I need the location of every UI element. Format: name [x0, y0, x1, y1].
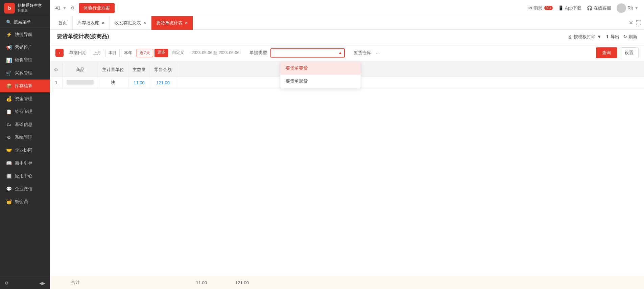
sidebar-logo: b 畅捷通好生意 标准版 — [0, 0, 50, 16]
base-info-label: 基础信息 — [15, 121, 32, 128]
topbar-right: ✉ 消息 99+ 📱 App下载 🎧 在线客服 Rit ▼ — [528, 3, 639, 13]
finance-label: 资金管理 — [15, 96, 32, 102]
messages-badge: 99+ — [544, 6, 553, 10]
sidebar-item-cooperation[interactable]: 🤝 企业协同 — [0, 144, 50, 157]
export-icon: ⬆ — [605, 34, 609, 39]
store-selector[interactable]: 41 ▼ — [55, 5, 67, 10]
page-header-actions: 🖨 按模板打印 ▼ ⬆ 导出 ↻ 刷新 — [568, 34, 637, 40]
sidebar-item-inventory[interactable]: 📦 库存核算 — [0, 80, 50, 92]
date-btn-last-7[interactable]: 近7天 — [137, 49, 153, 57]
print-btn[interactable]: 🖨 按模板打印 ▼ — [568, 34, 601, 40]
marketing-icon: 📢 — [5, 45, 12, 50]
tab-inventory-batch[interactable]: 库存批次账 ✕ — [73, 16, 110, 30]
refresh-icon: ↻ — [623, 34, 627, 39]
store-dropdown-icon: ▼ — [62, 5, 67, 10]
cell-qty[interactable]: 11.00 — [128, 76, 150, 89]
sidebar-item-guide[interactable]: 📖 新手引导 — [0, 157, 50, 170]
sidebar-item-marketing[interactable]: 📢 营销推广 — [0, 41, 50, 54]
tabs-close-all[interactable]: ✕ — [629, 20, 633, 26]
chevron-right-icon: › — [59, 50, 60, 55]
type-dropdown-arrow[interactable]: ▲ — [336, 50, 344, 55]
app-download-icon: 📱 — [558, 5, 564, 10]
dropdown-item-order[interactable]: 要货单要货 — [280, 62, 361, 75]
filter-toggle-btn[interactable]: › — [55, 49, 64, 57]
type-label: 单据类型 — [249, 50, 267, 56]
cooperation-icon: 🤝 — [5, 148, 12, 153]
tab-order-stat[interactable]: 要货单统计表 ✕ — [151, 16, 193, 30]
col-settings-header[interactable]: ⚙ — [50, 63, 63, 76]
cell-unit: 块 — [98, 76, 128, 89]
date-custom[interactable]: 自定义 — [169, 49, 187, 57]
cell-amount[interactable]: 121.00 — [150, 76, 176, 89]
table-area: ⚙ 商品 主计量单位 主数量 零售金额 1 块 — [50, 63, 644, 276]
wx-icon: 💬 — [5, 186, 12, 192]
query-btn[interactable]: 查询 — [596, 47, 617, 58]
sidebar-item-purchase[interactable]: 🛒 采购管理 — [0, 67, 50, 80]
date-btn-last-month[interactable]: 上月 — [90, 49, 104, 57]
date-btn-this-month[interactable]: 本月 — [105, 49, 120, 57]
sidebar-item-quick-nav[interactable]: ⚡ 快捷导航 — [0, 28, 50, 41]
print-icon: 🖨 — [568, 34, 572, 39]
brand-name: 畅捷通好生意 — [18, 3, 42, 8]
sidebar-item-member[interactable]: 👑 畅会员 — [0, 195, 50, 208]
operation-icon: 📋 — [5, 109, 12, 114]
sidebar-item-sales[interactable]: 📊 销售管理 — [0, 54, 50, 67]
warehouse-label: 要货仓库 — [354, 50, 371, 56]
sales-label: 销售管理 — [15, 57, 32, 63]
guide-icon: 📖 — [5, 160, 12, 166]
wx-label: 企业微信 — [15, 186, 32, 192]
tab-receive-send[interactable]: 收发存汇总表 ✕ — [110, 16, 151, 30]
sidebar-item-app-center[interactable]: 🔲 应用中心 — [0, 170, 50, 182]
messages-label: 消息 — [533, 5, 542, 11]
sidebar-item-system[interactable]: ⚙ 系统管理 — [0, 131, 50, 144]
trial-btn[interactable]: 体验行业方案 — [79, 3, 115, 13]
tab-home[interactable]: 首页 — [53, 16, 73, 30]
main-area: 41 ▼ ⚙ 体验行业方案 ✉ 消息 99+ 📱 App下载 🎧 在线客服 R — [50, 0, 644, 289]
tab-inventory-batch-label: 库存批次账 — [77, 20, 99, 26]
warehouse-dots[interactable]: ··· — [376, 50, 380, 55]
type-input[interactable] — [271, 49, 336, 57]
page-content: 要货单统计表(按商品) 🖨 按模板打印 ▼ ⬆ 导出 ↻ 刷新 — [50, 30, 644, 289]
system-label: 系统管理 — [15, 134, 32, 140]
app-download-btn[interactable]: 📱 App下载 — [558, 5, 581, 11]
sidebar-item-finance[interactable]: 💰 资金管理 — [0, 92, 50, 105]
sidebar-settings-icon[interactable]: ⚙ — [5, 281, 9, 286]
date-btn-more[interactable]: 更多 — [154, 49, 168, 57]
online-service-btn[interactable]: 🎧 在线客服 — [587, 5, 611, 11]
sidebar-item-operation[interactable]: 📋 经营管理 — [0, 105, 50, 118]
page-title: 要货单统计表(按商品) — [57, 33, 109, 40]
sidebar-search[interactable]: 🔍 搜索菜单 — [0, 16, 50, 28]
messages-icon: ✉ — [528, 5, 532, 10]
date-btn-this-year[interactable]: 本年 — [121, 49, 135, 57]
date-label: 单据日期 — [69, 50, 87, 56]
cell-extra — [176, 76, 644, 89]
sidebar-item-base-info[interactable]: 🗂 基础信息 — [0, 118, 50, 131]
col-unit-header: 主计量单位 — [98, 63, 128, 76]
sidebar-item-wx[interactable]: 💬 企业微信 — [0, 182, 50, 195]
member-icon: 👑 — [5, 199, 12, 204]
export-btn[interactable]: ⬆ 导出 — [605, 34, 619, 40]
close-tab-receive-send[interactable]: ✕ — [143, 21, 146, 25]
messages-btn[interactable]: ✉ 消息 99+ — [528, 5, 553, 11]
sidebar-collapse-icon[interactable]: ◀▶ — [39, 281, 45, 286]
refresh-btn[interactable]: ↻ 刷新 — [623, 34, 637, 40]
print-dropdown-icon: ▼ — [597, 34, 601, 39]
filter-area: › 单据日期 上月 本月 本年 近7天 更多 自定义 2023-05-06 至 … — [50, 44, 644, 62]
close-tab-inventory-batch[interactable]: ✕ — [101, 21, 105, 25]
user-name: Rit — [627, 5, 633, 10]
online-service-icon: 🎧 — [587, 5, 592, 10]
settings-btn[interactable]: 设置 — [620, 47, 639, 58]
close-tab-order-stat[interactable]: ✕ — [185, 21, 188, 25]
home-tab-label: 首页 — [58, 20, 67, 26]
filter-row: 单据日期 上月 本月 本年 近7天 更多 自定义 2023-05-06 至 20… — [69, 48, 591, 58]
settings-icon[interactable]: ⚙ — [71, 5, 75, 10]
user-menu[interactable]: Rit ▼ — [617, 3, 639, 13]
date-quick-btns: 上月 本月 本年 近7天 更多 自定义 — [90, 49, 187, 57]
col-product-header: 商品 — [63, 63, 98, 76]
col-extra — [176, 63, 644, 76]
dropdown-item-return[interactable]: 要货单退货 — [280, 75, 361, 88]
tabs-bar: 首页 库存批次账 ✕ 收发存汇总表 ✕ 要货单统计表 ✕ ✕ ⛶ — [50, 16, 644, 30]
tabs-expand[interactable]: ⛶ — [636, 20, 641, 26]
type-dropdown: 要货单要货 要货单退货 — [280, 62, 361, 88]
page-header: 要货单统计表(按商品) 🖨 按模板打印 ▼ ⬆ 导出 ↻ 刷新 — [50, 30, 644, 44]
